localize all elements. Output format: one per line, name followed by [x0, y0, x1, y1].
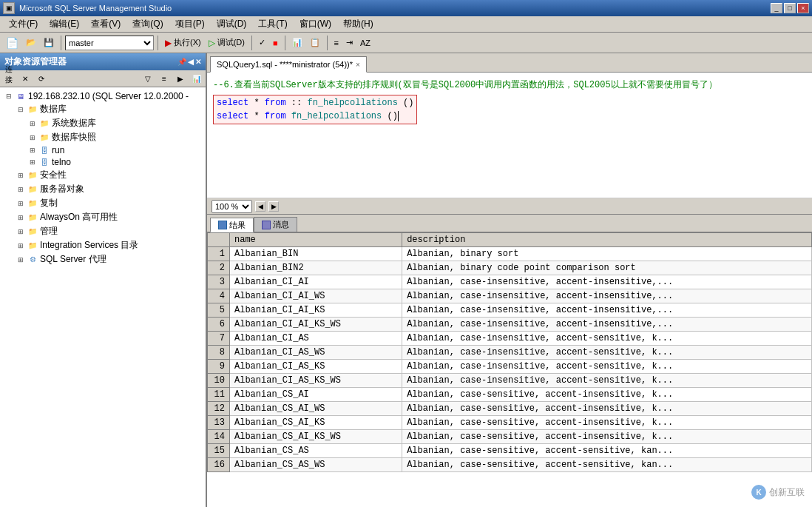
- agent-icon: ⚙: [27, 255, 38, 265]
- menu-file[interactable]: 文件(F): [3, 16, 44, 32]
- indent-btn[interactable]: ⇥: [343, 35, 356, 51]
- tree-alwayson-node[interactable]: ⊞ 📁 AlwaysOn 高可用性: [0, 210, 206, 224]
- start-powershell-btn[interactable]: ▶: [173, 72, 188, 85]
- connect-btn[interactable]: 连接▼: [1, 72, 16, 85]
- tree-replication-node[interactable]: ⊞ 📁 复制: [0, 196, 206, 210]
- results-tab-msg[interactable]: 消息: [254, 217, 297, 232]
- row-description: Albanian, binary sort: [402, 247, 812, 261]
- main-layout: 对象资源管理器 📌 ◀ ✕ 连接▼ ✕ ⟳ ▽ ≡ ▶ 📊 ⊟ 🖥 192.16…: [0, 53, 812, 507]
- results-btn[interactable]: 📋: [307, 35, 323, 51]
- row-description: Albanian, case-sensitive, accent-sensiti…: [402, 444, 812, 458]
- row-name: Albanian_CS_AI_WS: [230, 402, 402, 416]
- zoom-bar: 100 % ◀ ▶: [207, 198, 812, 215]
- zoom-down-btn[interactable]: ◀: [255, 201, 265, 212]
- zoom-selector[interactable]: 100 %: [212, 200, 252, 213]
- row-num: 16: [208, 458, 230, 472]
- debug-button[interactable]: ▷ 调试(D): [206, 35, 248, 51]
- folder-icon: 📁: [38, 132, 50, 143]
- replication-label: 复制: [40, 197, 58, 209]
- window-controls[interactable]: _ □ ×: [771, 3, 809, 13]
- tree-run-node[interactable]: ⊞ 🗄 run: [0, 144, 206, 156]
- row-description: Albanian, case-sensitive, accent-sensiti…: [402, 458, 812, 472]
- parse-btn[interactable]: ✓: [256, 35, 268, 51]
- cancel-btn[interactable]: ■: [270, 35, 281, 51]
- close-button[interactable]: ×: [797, 3, 809, 13]
- row-name: Albanian_CS_AI_KS: [230, 416, 402, 430]
- results-table-container: name description 1Albanian_BINAlbanian, …: [207, 232, 812, 507]
- debug-label: 调试(D): [217, 37, 245, 48]
- tree-server-objects-node[interactable]: ⊞ 📁 服务器对象: [0, 182, 206, 196]
- app-icon: ▣: [3, 2, 15, 14]
- folder-icon: 📁: [27, 170, 38, 181]
- table-row: 2Albanian_BIN2Albanian, binary code poin…: [208, 261, 812, 275]
- objects-btn[interactable]: ≡: [157, 72, 172, 85]
- tree-server-node[interactable]: ⊟ 🖥 192.168.232.10 (SQL Server 12.0.2000…: [0, 90, 206, 102]
- tree-management-node[interactable]: ⊞ 📁 管理: [0, 224, 206, 238]
- menu-debug[interactable]: 调试(D): [211, 16, 253, 32]
- query-tab[interactable]: SQLQuery1.sql - ****ministrator (54))* ×: [210, 56, 367, 73]
- open-btn[interactable]: 📂: [23, 35, 39, 51]
- table-row: 10Albanian_CI_AS_KS_WSAlbanian, case-ins…: [208, 374, 812, 388]
- maximize-button[interactable]: □: [784, 3, 796, 13]
- row-num: 14: [208, 430, 230, 444]
- menu-help[interactable]: 帮助(H): [337, 16, 379, 32]
- disconnect-btn[interactable]: ✕: [18, 72, 33, 85]
- menu-view[interactable]: 查看(V): [85, 16, 126, 32]
- alwayson-label: AlwaysOn 高可用性: [40, 211, 118, 224]
- toolbar: 📄 📂 💾 master ▶ 执行(X) ▷ 调试(D) ✓ ■ 📊 📋 ≡ ⇥…: [0, 33, 812, 53]
- menu-tools[interactable]: 工具(T): [252, 16, 293, 32]
- row-description: Albanian, case-insensitive, accent-sensi…: [402, 374, 812, 388]
- tree-telno-node[interactable]: ⊞ 🗄 telno: [0, 156, 206, 168]
- menu-edit[interactable]: 编辑(E): [44, 16, 85, 32]
- results-panel: 结果 消息 name description: [207, 215, 812, 507]
- col-header-description: description: [402, 233, 812, 247]
- refresh-btn[interactable]: ⟳: [34, 72, 49, 85]
- sep4: [285, 36, 285, 50]
- title-text: Microsoft SQL Server Management Studio: [19, 4, 766, 13]
- report-btn[interactable]: 📊: [189, 72, 204, 85]
- table-row: 6Albanian_CI_AI_KS_WSAlbanian, case-inse…: [208, 318, 812, 332]
- query-editor[interactable]: --6.查看当前SQLServer版本支持的排序规则(双冒号是SQL2000中调…: [207, 73, 812, 198]
- right-panel: SQLQuery1.sql - ****ministrator (54))* ×…: [207, 53, 812, 507]
- database-selector[interactable]: master: [65, 36, 154, 50]
- row-name: Albanian_CI_AS_KS: [230, 360, 402, 374]
- new-query-btn[interactable]: 📄: [3, 35, 21, 51]
- row-name: Albanian_CS_AI: [230, 388, 402, 402]
- zoom-right-btn[interactable]: ▶: [268, 201, 279, 212]
- menu-window[interactable]: 窗口(W): [294, 16, 337, 32]
- results-tab-label: 结果: [229, 220, 246, 231]
- showplan-btn[interactable]: 📊: [289, 35, 305, 51]
- az-btn[interactable]: AZ: [357, 35, 373, 51]
- format-btn[interactable]: ≡: [331, 35, 342, 51]
- query-tab-bar: SQLQuery1.sql - ****ministrator (54))* ×: [207, 53, 812, 73]
- query-tab-close[interactable]: ×: [356, 61, 360, 69]
- row-name: Albanian_CI_AI_WS: [230, 289, 402, 303]
- keyword-select2: select: [217, 111, 248, 121]
- row-description: Albanian, case-insensitive, accent-sensi…: [402, 332, 812, 346]
- expand-icon: ⊞: [27, 158, 38, 166]
- folder-icon: 📁: [27, 104, 38, 115]
- keyword-from2: from: [265, 111, 286, 121]
- minimize-button[interactable]: _: [771, 3, 782, 13]
- save-btn[interactable]: 💾: [41, 35, 57, 51]
- menu-query[interactable]: 查询(Q): [126, 16, 169, 32]
- row-name: Albanian_CI_AI_KS_WS: [230, 318, 402, 332]
- panel-pin-btn[interactable]: 📌: [177, 58, 186, 66]
- tree-security-node[interactable]: ⊞ 📁 安全性: [0, 168, 206, 182]
- tree-agent-node[interactable]: ⊞ ⚙ SQL Server 代理: [0, 252, 206, 266]
- tree-databases-node[interactable]: ⊟ 📁 数据库: [0, 102, 206, 116]
- menu-bar: 文件(F) 编辑(E) 查看(V) 查询(Q) 项目(P) 调试(D) 工具(T…: [0, 16, 812, 33]
- row-num: 10: [208, 374, 230, 388]
- panel-auto-hide-btn[interactable]: ◀: [188, 58, 194, 66]
- filter-btn[interactable]: ▽: [141, 72, 155, 85]
- row-name: Albanian_CS_AS: [230, 444, 402, 458]
- results-tab-bar: 结果 消息: [207, 215, 812, 232]
- panel-close-btn[interactable]: ✕: [195, 58, 201, 66]
- execute-button[interactable]: ▶ 执行(X): [162, 35, 204, 51]
- tree-system-db-node[interactable]: ⊞ 📁 系统数据库: [0, 116, 206, 130]
- tree-integration-node[interactable]: ⊞ 📁 Integration Services 目录: [0, 238, 206, 252]
- tree-snapshot-node[interactable]: ⊞ 📁 数据库快照: [0, 130, 206, 144]
- menu-project[interactable]: 项目(P): [169, 16, 211, 32]
- results-tab-grid[interactable]: 结果: [210, 218, 254, 232]
- sep5: [327, 36, 328, 50]
